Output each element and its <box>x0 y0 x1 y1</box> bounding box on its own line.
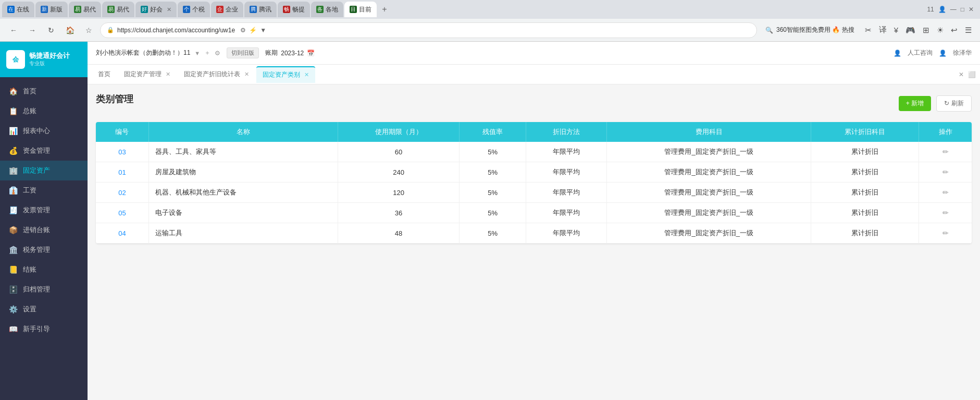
browser-tab-xinban[interactable]: 新 新版 <box>35 2 68 17</box>
edit-button[interactable]: ✏ <box>942 209 949 217</box>
tab-depreciation-table[interactable]: 固定资产折旧统计表 ✕ <box>178 66 255 83</box>
tab-close-icon[interactable]: ✕ <box>244 71 249 78</box>
add-account-icon[interactable]: ＋ <box>204 49 210 57</box>
sidebar-item-closing[interactable]: 📒 结账 <box>0 260 88 280</box>
tab-asset-category[interactable]: 固定资产类别 ✕ <box>256 66 315 83</box>
bookmark-button[interactable]: ☆ <box>81 23 96 38</box>
row-id-link[interactable]: 03 <box>118 148 126 156</box>
col-header-action: 操作 <box>919 122 972 142</box>
sidebar-item-label: 总账 <box>23 106 36 116</box>
col-header-accumulate: 累计折旧科目 <box>811 122 919 142</box>
game-icon[interactable]: 🎮 <box>903 23 917 37</box>
sidebar-item-payroll[interactable]: 👔 工资 <box>0 180 88 200</box>
window-maximize-icon[interactable]: ⬜ <box>967 70 976 79</box>
tab-close-icon[interactable]: ✕ <box>167 6 171 13</box>
window-close-icon[interactable]: ✕ <box>957 70 965 79</box>
settings-gear-icon[interactable]: ⚙ <box>215 50 220 57</box>
cell-id: 04 <box>96 223 148 244</box>
sidebar-item-tax[interactable]: 🏛️ 税务管理 <box>0 240 88 260</box>
url-dropdown-icon[interactable]: ⚙ <box>240 27 246 34</box>
sidebar-item-general-ledger[interactable]: 📋 总账 <box>0 101 88 121</box>
grid-icon[interactable]: ⊞ <box>921 23 932 37</box>
edit-button[interactable]: ✏ <box>942 148 949 156</box>
sidebar-item-reports[interactable]: 📊 报表中心 <box>0 121 88 141</box>
new-tab-button[interactable]: + <box>378 3 391 16</box>
app-wrapper: 会 畅捷通好会计 专业版 🏠 首页 📋 总账 📊 报表中心 💰 资金管理 <box>0 42 980 400</box>
sidebar-item-cash[interactable]: 💰 资金管理 <box>0 141 88 161</box>
tax-icon: 🏛️ <box>8 245 18 254</box>
maximize-icon[interactable]: □ <box>961 6 964 13</box>
cell-action: ✏ <box>919 142 972 162</box>
tab-close-icon[interactable]: ✕ <box>304 71 309 78</box>
menu-icon[interactable]: ☰ <box>963 23 974 37</box>
report-icon: 📊 <box>8 126 18 136</box>
coin-icon[interactable]: ¥ <box>892 23 900 37</box>
logo-icon: 会 <box>6 50 25 69</box>
sidebar-item-home[interactable]: 🏠 首页 <box>0 81 88 101</box>
forward-button[interactable]: → <box>25 23 40 38</box>
page-tab-nav: 首页 固定资产管理 ✕ 固定资产折旧统计表 ✕ 固定资产类别 ✕ ✕ ⬜ <box>88 65 980 84</box>
logo-text-block: 畅捷通好会计 专业版 <box>29 52 70 68</box>
consultant-label[interactable]: 人工咨询 <box>908 49 933 57</box>
url-chevron-icon[interactable]: ▼ <box>260 27 266 34</box>
dropdown-icon[interactable]: ▼ <box>194 50 200 56</box>
edit-button[interactable]: ✏ <box>942 168 949 176</box>
search-area[interactable]: 🔍 360智能抠图免费用 🔥 热搜 <box>765 26 854 34</box>
table-row: 03 器具、工具、家具等 60 5% 年限平均 管理费用_固定资产折旧_一级 累… <box>96 142 972 162</box>
back-button[interactable]: ← <box>6 23 21 38</box>
switch-version-button[interactable]: 切到旧版 <box>227 47 259 58</box>
browser-tab-geshui[interactable]: 个 个税 <box>178 2 210 17</box>
cell-period: 240 <box>338 162 460 183</box>
browser-tab-tengxun[interactable]: 腾 腾讯 <box>244 2 277 17</box>
browser-tab-muqian[interactable]: 目 目前 <box>344 2 377 17</box>
calendar-icon[interactable]: 📅 <box>307 50 315 57</box>
tab-home[interactable]: 首页 <box>92 66 117 83</box>
tab-fixed-assets-mgmt[interactable]: 固定资产管理 ✕ <box>118 66 177 83</box>
sidebar-item-fixed-assets[interactable]: 🏢 固定资产 <box>0 161 88 180</box>
guide-icon: 📖 <box>8 324 18 334</box>
sidebar-item-invoice[interactable]: 🧾 发票管理 <box>0 200 88 220</box>
sidebar-item-archive[interactable]: 🗄️ 归档管理 <box>0 280 88 299</box>
edit-button[interactable]: ✏ <box>942 229 949 237</box>
cell-expense: 管理费用_固定资产折旧_一级 <box>606 203 811 223</box>
sidebar-item-label: 固定资产 <box>23 166 50 175</box>
url-lightning-icon: ⚡ <box>249 27 257 34</box>
browser-tab-zaixin[interactable]: 在 在线 <box>2 2 34 17</box>
browser-tab-gedi[interactable]: 各 各地 <box>311 2 343 17</box>
undo-icon[interactable]: ↩ <box>949 23 960 37</box>
browser-tab-yidai2[interactable]: 易 易代 <box>102 2 134 17</box>
sidebar-item-settings[interactable]: ⚙️ 设置 <box>0 299 88 319</box>
add-button[interactable]: + 新增 <box>899 96 931 111</box>
translate-icon[interactable]: 译 <box>877 23 889 37</box>
tab-close-icon[interactable]: ✕ <box>166 71 170 78</box>
browser-tab-changte[interactable]: 畅 畅提 <box>278 2 310 17</box>
browser-tab-qiye[interactable]: 企 企业 <box>211 2 243 17</box>
invoice-icon: 🧾 <box>8 205 18 215</box>
tab-favicon: 在 <box>7 6 15 13</box>
refresh-button[interactable]: ↻ 刷新 <box>936 95 972 112</box>
row-id-link[interactable]: 02 <box>118 189 126 197</box>
tab-favicon: 各 <box>316 6 324 13</box>
browser-tab-haohui[interactable]: 好 好会 ✕ <box>135 2 177 17</box>
refresh-button[interactable]: ↻ <box>44 23 58 38</box>
cell-action: ✏ <box>919 223 972 244</box>
row-id-link[interactable]: 05 <box>118 209 126 217</box>
edit-button[interactable]: ✏ <box>942 188 949 197</box>
cell-name: 器具、工具、家具等 <box>148 142 338 162</box>
sun-icon[interactable]: ☀ <box>935 23 946 37</box>
tab-favicon: 好 <box>141 6 148 13</box>
home-button[interactable]: 🏠 <box>63 23 77 38</box>
row-id-link[interactable]: 01 <box>118 168 126 176</box>
cell-name: 房屋及建筑物 <box>148 162 338 183</box>
cell-period: 120 <box>338 183 460 203</box>
table-row: 02 机器、机械和其他生产设备 120 5% 年限平均 管理费用_固定资产折旧_… <box>96 183 972 203</box>
scissors-icon[interactable]: ✂ <box>863 23 874 37</box>
browser-tab-yidai1[interactable]: 易 易代 <box>69 2 101 17</box>
cell-residual: 5% <box>459 183 526 203</box>
url-bar[interactable]: 🔒 https://cloud.chanjet.com/accounting/u… <box>100 22 757 38</box>
minimize-icon[interactable]: — <box>950 6 957 13</box>
row-id-link[interactable]: 04 <box>118 229 126 237</box>
sidebar-item-purchase-sales[interactable]: 📦 进销台账 <box>0 220 88 240</box>
sidebar-item-guide[interactable]: 📖 新手引导 <box>0 319 88 339</box>
close-icon[interactable]: ✕ <box>969 6 974 13</box>
